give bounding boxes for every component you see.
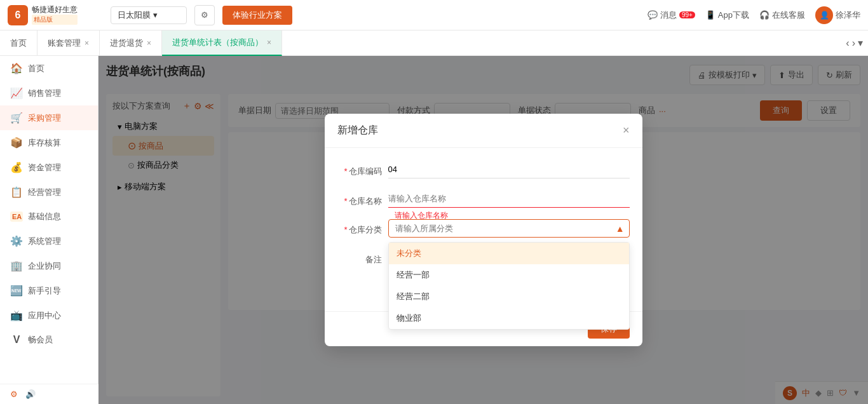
app-edition: 精品版: [32, 15, 78, 25]
sidebar-label-guide: 新手引导: [28, 285, 61, 297]
guide-icon: 🆕: [10, 285, 23, 297]
user-item[interactable]: 👤 徐泽华: [815, 6, 860, 24]
sales-icon: 📈: [10, 87, 23, 99]
store-selector[interactable]: 日太阳膜 ▾: [111, 6, 187, 24]
dialog-header: 新增仓库 ×: [325, 114, 642, 148]
volume-icon[interactable]: 🔊: [25, 389, 36, 399]
tab-menu-button[interactable]: ▾: [858, 37, 863, 49]
close-accounts-tab[interactable]: ×: [85, 39, 89, 48]
system-icon: ⚙️: [10, 235, 23, 247]
top-header: 6 畅捷通好生意 精品版 日太阳膜 ▾ ⚙ 体验行业方案 💬 消息 99+ 📱 …: [0, 0, 868, 30]
vip-icon: V: [10, 334, 23, 346]
dropdown-item-none[interactable]: 未分类: [389, 243, 629, 264]
sidebar-item-home[interactable]: 🏠 首页: [0, 56, 98, 81]
modal-overlay[interactable]: 新增仓库 × 仓库编码 仓库名称 请输入仓库名: [98, 56, 868, 404]
home-tab-label: 首页: [10, 37, 27, 49]
tab-purchase-return[interactable]: 进货退货 ×: [100, 30, 162, 56]
messages-label: 消息: [660, 10, 677, 21]
dropdown-item-op2[interactable]: 经营二部: [389, 286, 629, 307]
sidebar-label-operation: 经营管理: [28, 187, 61, 198]
purchase-stat-tab-label: 进货单统计表（按商品）: [172, 37, 263, 48]
header-right: 💬 消息 99+ 📱 App下载 🎧 在线客服 👤 徐泽华: [648, 6, 860, 24]
form-row-category: 仓库分类 ▲ 未分类 经营一部 经营二部 物业部: [337, 219, 630, 238]
code-label: 仓库编码: [337, 161, 388, 177]
dropdown-item-op1[interactable]: 经营一部: [389, 264, 629, 286]
avatar-icon: 👤: [820, 11, 829, 20]
sidebar-label-enterprise: 企业协同: [28, 260, 61, 272]
content-area: 进货单统计(按商品) 🖨 按模板打印 ▾ ⬆ 导出 ↻ 刷新: [98, 56, 868, 404]
form-row-name: 仓库名称 请输入仓库名称: [337, 190, 630, 208]
sidebar-label-vip: 畅会员: [28, 334, 53, 346]
name-input[interactable]: [388, 190, 630, 208]
sidebar-item-inventory[interactable]: 📦 库存核算: [0, 130, 98, 155]
tab-purchase-stat[interactable]: 进货单统计表（按商品） ×: [162, 30, 282, 56]
app-icon: 📱: [705, 10, 715, 20]
close-purchase-stat-tab[interactable]: ×: [267, 38, 271, 47]
tab-home[interactable]: 首页: [0, 30, 37, 56]
dialog-title: 新增仓库: [337, 124, 378, 137]
code-input[interactable]: [388, 161, 630, 178]
sidebar-item-basic[interactable]: EA 基础信息: [0, 205, 98, 229]
messages-item[interactable]: 💬 消息 99+: [648, 10, 695, 21]
enterprise-icon: 🏢: [10, 260, 23, 272]
sidebar-item-app-center[interactable]: 📺 应用中心: [0, 303, 98, 328]
accounts-tab-label: 账套管理: [48, 37, 81, 49]
sidebar-item-system[interactable]: ⚙️ 系统管理: [0, 229, 98, 253]
new-warehouse-dialog: 新增仓库 × 仓库编码 仓库名称 请输入仓库名: [325, 114, 642, 346]
tab-next-button[interactable]: ›: [852, 37, 855, 49]
home-icon: 🏠: [10, 62, 23, 74]
tab-bar-actions: ‹ › ▾: [846, 37, 868, 49]
sidebar-item-sales[interactable]: 📈 销售管理: [0, 81, 98, 105]
trial-button[interactable]: 体验行业方案: [222, 6, 292, 25]
tab-accounts[interactable]: 账套管理 ×: [37, 30, 100, 56]
sidebar-item-vip[interactable]: V 畅会员: [0, 328, 98, 352]
customer-service-item[interactable]: 🎧 在线客服: [759, 10, 805, 21]
dropdown-item-op3[interactable]: 物业部: [389, 307, 629, 329]
messages-badge: 99+: [679, 11, 695, 18]
username: 徐泽华: [836, 10, 860, 21]
category-dropdown-list: 未分类 经营一部 经营二部 物业部: [388, 242, 630, 330]
sidebar-label-inventory: 库存核算: [28, 137, 61, 149]
form-row-code: 仓库编码: [337, 161, 630, 178]
headphone-icon: 🎧: [759, 10, 770, 20]
sidebar-label-home: 首页: [28, 63, 44, 74]
sidebar-item-guide[interactable]: 🆕 新手引导: [0, 278, 98, 303]
sidebar-label-basic: 基础信息: [28, 211, 61, 222]
notes-label: 备注: [337, 249, 388, 266]
sidebar-label-finance: 资金管理: [28, 162, 61, 173]
main-layout: 🏠 首页 📈 销售管理 🛒 采购管理 📦 库存核算 💰 资金管理 📋 经营管理 …: [0, 56, 868, 404]
store-name: 日太阳膜: [118, 10, 151, 21]
finance-icon: 💰: [10, 161, 23, 173]
sidebar-item-finance[interactable]: 💰 资金管理: [0, 155, 98, 180]
sidebar-label-app-center: 应用中心: [28, 310, 61, 321]
purchase-icon: 🛒: [10, 112, 23, 124]
close-purchase-return-tab[interactable]: ×: [147, 39, 151, 48]
category-dropdown-wrapper: ▲ 未分类 经营一部 经营二部 物业部: [388, 219, 630, 238]
sidebar-label-sales: 销售管理: [28, 88, 61, 99]
purchase-return-tab-label: 进货退货: [110, 37, 143, 49]
customer-service-label: 在线客服: [772, 10, 805, 21]
app-download-label: App下载: [718, 10, 749, 21]
settings-icon[interactable]: ⚙: [10, 389, 18, 399]
tab-prev-button[interactable]: ‹: [846, 37, 849, 49]
category-chevron-icon[interactable]: ▲: [616, 224, 625, 234]
sidebar-item-enterprise[interactable]: 🏢 企业协同: [0, 253, 98, 278]
settings-button[interactable]: ⚙: [194, 5, 215, 25]
logo-area: 6 畅捷通好生意 精品版: [8, 5, 103, 25]
sidebar-label-system: 系统管理: [28, 236, 61, 247]
app-download-item[interactable]: 📱 App下载: [705, 10, 749, 21]
basic-icon: EA: [10, 212, 23, 222]
user-avatar: 👤: [815, 6, 833, 24]
sidebar: 🏠 首页 📈 销售管理 🛒 采购管理 📦 库存核算 💰 资金管理 📋 经营管理 …: [0, 56, 98, 404]
message-icon: 💬: [648, 10, 658, 20]
sidebar-label-purchase: 采购管理: [28, 112, 61, 124]
operation-icon: 📋: [10, 186, 23, 198]
sidebar-item-purchase[interactable]: 🛒 采购管理: [0, 105, 98, 130]
dialog-close-button[interactable]: ×: [623, 124, 630, 137]
app-center-icon: 📺: [10, 309, 23, 321]
sidebar-item-operation[interactable]: 📋 经营管理: [0, 180, 98, 205]
category-input[interactable]: [388, 219, 630, 238]
tab-bar: 首页 账套管理 × 进货退货 × 进货单统计表（按商品） × ‹ › ▾: [0, 30, 868, 56]
inventory-icon: 📦: [10, 137, 23, 149]
app-name: 畅捷通好生意: [32, 5, 78, 15]
